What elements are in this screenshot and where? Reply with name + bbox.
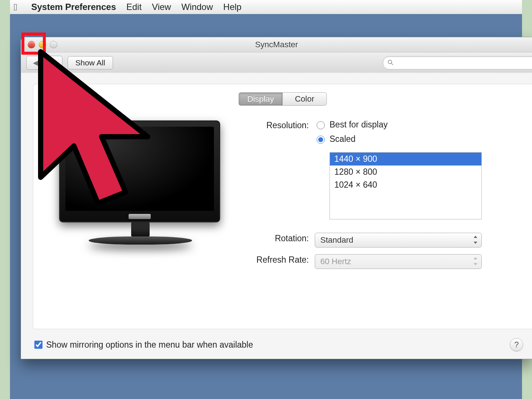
forward-button[interactable]: ▶ <box>44 56 62 69</box>
menu-view[interactable]: View <box>152 2 171 12</box>
rotation-select[interactable]: Standard <box>315 233 482 248</box>
resolution-scaled-radio[interactable] <box>317 136 325 144</box>
display-preferences-window: SyncMaster ◀ ▶ Show All Display Color <box>21 37 532 359</box>
apple-menu-icon[interactable]:  <box>14 1 17 13</box>
menu-app-name[interactable]: System Preferences <box>31 2 116 12</box>
dropdown-arrows-icon <box>473 235 478 245</box>
resolution-label: Resolution: <box>244 120 309 130</box>
show-all-button[interactable]: Show All <box>68 56 113 69</box>
help-button[interactable]: ? <box>510 338 523 351</box>
display-settings-panel: Display Color Resolution: Best for displ… <box>33 84 532 329</box>
menu-edit[interactable]: Edit <box>126 2 141 12</box>
menu-help[interactable]: Help <box>223 2 241 12</box>
refresh-label: Refresh Rate: <box>244 254 309 265</box>
mirroring-label: Show mirroring options in the menu bar w… <box>46 340 253 350</box>
resolution-scaled-option[interactable]: Scaled <box>315 134 482 144</box>
search-icon <box>387 59 394 68</box>
nav-back-forward: ◀ ▶ <box>26 56 62 70</box>
menu-bar:  System Preferences Edit View Window He… <box>10 0 522 14</box>
resolution-scaled-label: Scaled <box>330 134 355 144</box>
resolution-best-label: Best for display <box>330 120 388 130</box>
resolution-option-1[interactable]: 1280 × 800 <box>330 166 481 178</box>
window-title: SyncMaster <box>21 40 532 50</box>
monitor-illustration <box>59 120 222 246</box>
display-tabs: Display Color <box>239 92 327 106</box>
resolution-list[interactable]: 1440 × 900 1280 × 800 1024 × 640 <box>330 152 482 219</box>
rotation-label: Rotation: <box>244 233 309 243</box>
search-field-wrap <box>383 56 527 69</box>
resolution-best-option[interactable]: Best for display <box>315 120 482 130</box>
mirroring-checkbox[interactable] <box>34 341 42 349</box>
rotation-value: Standard <box>320 235 353 245</box>
back-button[interactable]: ◀ <box>27 56 44 69</box>
dropdown-arrows-icon <box>473 256 478 266</box>
resolution-best-radio[interactable] <box>317 121 325 129</box>
window-titlebar[interactable]: SyncMaster <box>21 37 532 52</box>
tab-color[interactable]: Color <box>283 93 327 105</box>
refresh-rate-select: 60 Hertz <box>315 254 482 269</box>
resolution-option-0[interactable]: 1440 × 900 <box>330 153 481 166</box>
menu-window[interactable]: Window <box>181 2 213 12</box>
tab-display[interactable]: Display <box>239 93 283 105</box>
refresh-value: 60 Hertz <box>320 257 351 266</box>
svg-point-0 <box>388 60 392 64</box>
search-input[interactable] <box>383 56 532 69</box>
window-toolbar: ◀ ▶ Show All <box>21 52 532 74</box>
resolution-option-2[interactable]: 1024 × 640 <box>330 178 481 191</box>
svg-line-1 <box>391 63 393 65</box>
